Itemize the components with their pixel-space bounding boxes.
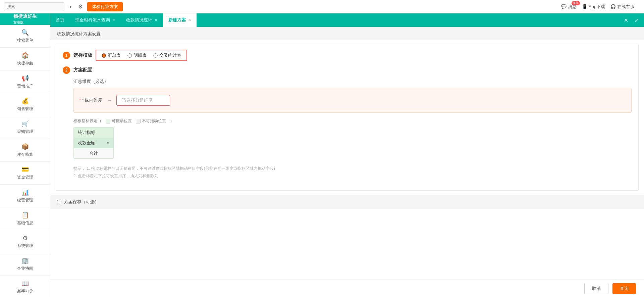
dimension-area: * * 纵向维度 → 请选择分组维度 — [73, 88, 632, 113]
enterprise-icon: 🏢 — [21, 257, 29, 264]
guide-icon: 📖 — [21, 280, 29, 287]
radio-detail-input[interactable] — [127, 53, 132, 58]
sidebar-item-inventory[interactable]: 📦 库存核算 — [0, 139, 50, 162]
radio-cross-input[interactable] — [153, 53, 158, 58]
tab-home[interactable]: 首页 — [50, 13, 70, 27]
sidebar-item-sales[interactable]: 💰 销售管理 — [0, 93, 50, 116]
step2-badge: 2 — [63, 66, 70, 74]
page-inner: 收款情况统计方案设置 1 选择模板 汇总表 — [50, 27, 644, 280]
sidebar-item-basic-info[interactable]: 📋 基础信息 — [0, 207, 50, 230]
content-area: 首页 现金银行流水查询 ✕ 收款情况统计 ✕ 新建方案 ✕ ✕ ⤢ — [50, 13, 644, 297]
step2-body: 汇总维度（必选） * * 纵向维度 → — [63, 79, 632, 180]
sidebar-label-search: 搜索菜单 — [17, 38, 33, 43]
metrics-section: 模板指标设定（ 可拖动位置 不可拖动位置 ） — [73, 118, 632, 160]
dimension-section-label: 汇总维度（必选） — [73, 79, 632, 85]
movable-box-icon — [106, 119, 110, 123]
stats-header-label: 统计指标 — [78, 130, 95, 136]
sidebar-item-purchase[interactable]: 🛒 采购管理 — [0, 116, 50, 139]
query-button[interactable]: 查询 — [612, 283, 636, 294]
tip-line1: 提示： 1. 拖动标题栏可以调整布局，不可跨维度或指标区域拖动栏目字段(只能在同… — [73, 165, 632, 172]
search-input[interactable] — [4, 2, 64, 11]
not-movable-box-icon — [136, 119, 141, 123]
dimension-row-label: * * 纵向维度 — [79, 97, 102, 103]
step2-title: 方案配置 — [73, 67, 92, 73]
tab-maximize-button[interactable]: ⤢ — [632, 15, 641, 25]
service-label: 在线客服 — [617, 4, 635, 10]
tab-bank-flow-close[interactable]: ✕ — [112, 18, 115, 22]
sidebar-item-quicknav[interactable]: 🏠 快捷导航 — [0, 48, 50, 70]
sidebar-item-finance[interactable]: 💳 资金管理 — [0, 162, 50, 185]
tab-bank-flow[interactable]: 现金银行流水查询 ✕ — [70, 13, 121, 27]
tab-close-button[interactable]: ✕ — [621, 15, 631, 25]
tab-new-plan-label: 新建方案 — [168, 17, 186, 23]
sidebar-item-enterprise[interactable]: 🏢 企业协同 — [0, 253, 50, 276]
column-dropdown-icon[interactable]: ∨ — [107, 141, 109, 145]
sales-icon: 💰 — [21, 97, 29, 105]
sidebar-label-marketing: 营销推广 — [17, 83, 33, 89]
sidebar-label-quicknav: 快捷导航 — [17, 60, 33, 66]
save-checkbox[interactable] — [57, 200, 61, 204]
message-badge[interactable]: 💬 消息 99+ — [561, 4, 577, 10]
not-movable-label: 不可拖动位置 — [142, 118, 166, 124]
step1-header: 1 选择模板 汇总表 明细表 — [63, 50, 632, 61]
sidebar-item-system[interactable]: ⚙ 系统管理 — [0, 230, 50, 253]
dimension-input[interactable]: 请选择分组维度 — [116, 95, 170, 106]
cancel-button[interactable]: 取消 — [584, 283, 608, 294]
purchase-icon: 🛒 — [21, 120, 29, 128]
footer-bar: 取消 查询 — [50, 280, 644, 297]
sidebar-label-operations: 经营管理 — [17, 197, 33, 203]
sidebar: 畅捷通好生 标准版 🔍 搜索菜单 🏠 快捷导航 📢 营销推广 💰 销售管理 🛒 … — [0, 13, 50, 297]
sidebar-item-search[interactable]: 🔍 搜索菜单 — [0, 25, 50, 48]
step1-title: 选择模板 — [73, 52, 92, 58]
section-card: 1 选择模板 汇总表 明细表 — [56, 44, 639, 191]
dimension-arrow-icon: → — [106, 97, 112, 104]
radio-cross[interactable]: 交叉统计表 — [153, 52, 181, 58]
tab-new-plan[interactable]: 新建方案 ✕ — [163, 13, 197, 27]
sidebar-label-sales: 销售管理 — [17, 106, 33, 112]
radio-summary-input[interactable] — [102, 53, 106, 58]
tab-bank-flow-label: 现金银行流水查询 — [75, 17, 110, 23]
sidebar-item-guide[interactable]: 📖 新手引导 — [0, 276, 50, 297]
tab-new-plan-close[interactable]: ✕ — [188, 18, 191, 22]
stats-total-row: 合计 — [74, 148, 113, 158]
radio-cross-label: 交叉统计表 — [159, 52, 181, 58]
sidebar-logo: 畅捷通好生 标准版 — [0, 13, 50, 25]
sidebar-label-basic-info: 基础信息 — [17, 220, 33, 226]
movable-indicator: 可拖动位置 — [106, 118, 132, 124]
logo-sub: 标准版 — [13, 20, 37, 25]
sidebar-label-guide: 新手引导 — [17, 289, 33, 294]
vertical-dimension-label: * 纵向维度 — [82, 98, 103, 103]
sidebar-item-marketing[interactable]: 📢 营销推广 — [0, 70, 50, 93]
search-dropdown-icon[interactable]: ▾ — [67, 3, 74, 10]
stats-column-header[interactable]: 收款金额 ∨ — [74, 138, 113, 148]
download-icon: 📱 — [582, 4, 587, 9]
sidebar-label-inventory: 库存核算 — [17, 152, 33, 157]
stats-table-header: 统计指标 — [74, 128, 113, 138]
tab-bar: 首页 现金银行流水查询 ✕ 收款情况统计 ✕ 新建方案 ✕ ✕ ⤢ — [50, 13, 644, 27]
service-icon: 🎧 — [610, 4, 616, 9]
main-layout: 畅捷通好生 标准版 🔍 搜索菜单 🏠 快捷导航 📢 营销推广 💰 销售管理 🛒 … — [0, 13, 644, 297]
tab-payment-stats[interactable]: 收款情况统计 ✕ — [121, 13, 163, 27]
sidebar-label-finance: 资金管理 — [17, 175, 33, 180]
app-download[interactable]: 📱 App下载 — [582, 4, 605, 10]
metrics-info: 模板指标设定（ 可拖动位置 不可拖动位置 ） — [73, 118, 632, 124]
not-movable-indicator: 不可拖动位置 — [136, 118, 166, 124]
search-menu-icon: 🔍 — [21, 29, 29, 36]
step1-badge: 1 — [63, 52, 70, 59]
required-star: * — [79, 98, 81, 103]
sidebar-item-operations[interactable]: 📊 经营管理 — [0, 185, 50, 207]
marketing-icon: 📢 — [21, 75, 29, 82]
settings-gear-icon[interactable]: ⚙ — [76, 3, 85, 11]
radio-summary[interactable]: 汇总表 — [102, 52, 121, 58]
radio-detail[interactable]: 明细表 — [127, 52, 147, 58]
online-service[interactable]: 🎧 在线客服 — [610, 4, 635, 10]
tab-bar-actions: ✕ ⤢ — [621, 15, 644, 25]
tab-payment-stats-label: 收款情况统计 — [126, 17, 152, 23]
download-label: App下载 — [589, 4, 605, 10]
industry-solution-button[interactable]: 体验行业方案 — [87, 2, 123, 11]
tip-line2: 2. 点击标题栏下拉可设置排序、插入列和删除列 — [73, 172, 632, 180]
top-bar: ▾ ⚙ 体验行业方案 💬 消息 99+ 📱 App下载 🎧 在线客服 — [0, 0, 644, 13]
tab-payment-stats-close[interactable]: ✕ — [154, 18, 158, 22]
movable-label: 可拖动位置 — [112, 118, 132, 124]
finance-icon: 💳 — [21, 166, 29, 173]
